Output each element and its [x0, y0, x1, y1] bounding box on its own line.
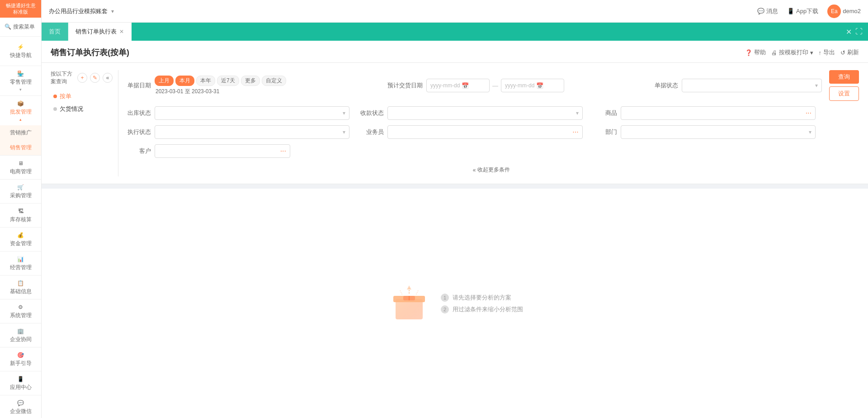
- sidebar-group-wholesale: 📦 批发管理 ▴ 营销推广 销售管理: [0, 96, 41, 156]
- expected-date-to[interactable]: yyyy-mm-dd 📅: [501, 79, 564, 92]
- settings-button[interactable]: 设置: [829, 86, 859, 101]
- tab-home[interactable]: 首页: [42, 23, 68, 41]
- tab-fullscreen-icon[interactable]: ⛶: [855, 28, 863, 36]
- customer-input[interactable]: ···: [155, 144, 290, 158]
- collapse-more-button[interactable]: « 收起更多条件: [124, 163, 859, 176]
- message-button[interactable]: 💬 消息: [757, 7, 778, 15]
- sidebar-item-purchase[interactable]: 🛒 采购管理: [0, 180, 41, 203]
- print-button[interactable]: 🖨 按模板打印 ▾: [771, 48, 813, 57]
- scheme-by-order-label: 按单: [60, 92, 71, 100]
- date-tag-7days[interactable]: 近7天: [217, 76, 239, 86]
- sidebar-item-appcenter[interactable]: 📱 应用中心: [0, 371, 41, 395]
- sidebar-item-basic[interactable]: 📋 基础信息: [0, 276, 41, 299]
- sidebar-group-system: ⚙ 系统管理: [0, 299, 41, 323]
- query-button[interactable]: 查询: [829, 70, 859, 84]
- goods-label: 商品: [590, 109, 617, 117]
- collect-status-select[interactable]: ▾: [387, 106, 582, 120]
- app-download-label: App下载: [796, 7, 818, 15]
- add-scheme-button[interactable]: +: [77, 73, 87, 83]
- logo-subtext: 标准版: [13, 9, 28, 15]
- filter-panel-inner: 按以下方案查询 + ✎ «: [51, 70, 859, 176]
- user-name: demo2: [843, 8, 861, 14]
- customer-more-icon[interactable]: ···: [280, 147, 286, 155]
- empty-content: 1 请先选择要分析的方案 2 用过滤条件来缩小分析范围: [387, 281, 523, 326]
- sidebar-item-corpwx[interactable]: 💬 企业微信: [0, 395, 41, 418]
- breadcrumb-dropdown-icon[interactable]: ▾: [111, 8, 114, 14]
- sidebar-group-finance: 💰 资金管理: [0, 228, 41, 252]
- date-tag-this-year[interactable]: 本年: [196, 76, 215, 86]
- purchase-icon: 🛒: [17, 184, 24, 190]
- user-profile[interactable]: Ea demo2: [827, 5, 861, 18]
- out-status-dropdown-icon: ▾: [343, 110, 345, 116]
- topbar-breadcrumb-area: 办公用品行业模拟账套 ▾: [49, 7, 114, 15]
- exec-status-label: 执行状态: [124, 128, 151, 136]
- sidebar-item-quicknav[interactable]: ⚡ 快捷导航: [0, 39, 41, 63]
- empty-tip-1: 1 请先选择要分析的方案: [441, 294, 523, 302]
- salesman-more-icon[interactable]: ···: [572, 128, 578, 136]
- search-menu-button[interactable]: 🔍 搜索菜单: [5, 21, 37, 33]
- empty-tip-2: 2 用过滤条件来缩小分析范围: [441, 305, 523, 314]
- filter-customer-item: 客户 ···: [124, 144, 352, 158]
- sidebar-item-wholesale[interactable]: 📦 批发管理 ▴: [0, 96, 41, 125]
- export-button[interactable]: ↑ 导出: [819, 48, 835, 57]
- tab-sales-order[interactable]: 销售订单执行表 ✕: [68, 23, 132, 41]
- date-tag-more[interactable]: 更多: [241, 76, 260, 86]
- newuser-icon: 🎯: [17, 352, 24, 358]
- enterprise-label: 企业协同: [10, 336, 32, 343]
- ecom-label: 电商管理: [10, 168, 32, 176]
- date-tag-this-month[interactable]: 本月: [175, 76, 194, 86]
- wholesale-submenu: 营销推广 销售管理: [0, 125, 41, 155]
- sidebar-item-enterprise[interactable]: 🏢 企业协同: [0, 323, 41, 347]
- app-download-button[interactable]: 📱 App下载: [787, 7, 818, 15]
- topbar-right: 💬 消息 📱 App下载 Ea demo2: [757, 5, 861, 18]
- sidebar-item-marketing[interactable]: 营销推广: [0, 125, 41, 140]
- scheme-by-goods[interactable]: 欠货情况: [51, 103, 113, 115]
- filter-fields: 单据日期 上月 本月 本年 近7天 更多 自定义 20: [124, 70, 859, 176]
- main-wrapper: 办公用品行业模拟账套 ▾ 💬 消息 📱 App下载 Ea demo2 首页 销售…: [42, 0, 868, 418]
- goods-input[interactable]: ···: [621, 106, 816, 120]
- newuser-label: 新手引导: [10, 360, 32, 367]
- sidebar: 畅捷通好生意 标准版 🔍 搜索菜单 ⚡ 快捷导航 🏪 零售管理 ▾ 📦 批发管理…: [0, 0, 42, 418]
- date-tag-custom[interactable]: 自定义: [262, 76, 286, 86]
- expected-date-to-placeholder: yyyy-mm-dd: [505, 82, 534, 89]
- filter-row-3: 执行状态 ▾ 业务员 ···: [124, 125, 859, 139]
- sidebar-item-system[interactable]: ⚙ 系统管理: [0, 299, 41, 323]
- filter-collect-status-item: 收款状态 ▾: [357, 106, 582, 120]
- wholesale-expand-icon: ▴: [19, 117, 22, 122]
- date-tag-prev-month[interactable]: 上月: [155, 76, 174, 86]
- status-select[interactable]: ▾: [682, 79, 822, 92]
- edit-scheme-button[interactable]: ✎: [90, 73, 100, 83]
- salesman-input[interactable]: ···: [387, 125, 582, 139]
- sidebar-item-inventory[interactable]: 🏗 库存核算: [0, 204, 41, 227]
- expected-date-from[interactable]: yyyy-mm-dd 📅: [426, 79, 490, 92]
- sidebar-group-newuser: 🎯 新手引导: [0, 347, 41, 371]
- help-button[interactable]: ❓ 帮助: [745, 48, 766, 57]
- expected-date-label: 预计交货日期: [387, 81, 423, 90]
- sidebar-item-ecom[interactable]: 🖥 电商管理: [0, 156, 41, 179]
- out-status-select[interactable]: ▾: [155, 106, 349, 120]
- svg-line-7: [416, 290, 418, 295]
- add-scheme-icon: +: [80, 75, 84, 81]
- scheme-by-order[interactable]: 按单: [51, 90, 113, 103]
- collapse-sidebar-button[interactable]: «: [103, 73, 113, 83]
- tip-1-num: 1: [441, 294, 449, 302]
- refresh-button[interactable]: ↺ 刷新: [840, 48, 859, 57]
- wholesale-icon: 📦: [17, 100, 24, 107]
- sidebar-item-operation[interactable]: 📊 经营管理: [0, 252, 41, 275]
- sidebar-item-retail[interactable]: 🏪 零售管理 ▾: [0, 66, 41, 95]
- goods-more-icon[interactable]: ···: [806, 109, 811, 117]
- print-icon: 🖨: [771, 49, 777, 56]
- filter-status-item: 单据状态 ▾: [651, 79, 822, 92]
- sidebar-item-finance[interactable]: 💰 资金管理: [0, 228, 41, 251]
- date-to-calendar-icon: 📅: [536, 82, 543, 89]
- inventory-label: 库存核算: [10, 216, 32, 223]
- sidebar-item-sales-mgmt[interactable]: 销售管理: [0, 140, 41, 155]
- status-label: 单据状态: [651, 81, 678, 90]
- filter-scheme-sidebar: 按以下方案查询 + ✎ «: [51, 70, 118, 176]
- sidebar-item-newuser[interactable]: 🎯 新手引导: [0, 347, 41, 371]
- dept-select[interactable]: ▾: [621, 125, 816, 139]
- search-menu-label: 搜索菜单: [13, 23, 35, 31]
- tab-close-window-icon[interactable]: ✕: [846, 28, 852, 36]
- exec-status-select[interactable]: ▾: [155, 125, 349, 139]
- tab-close-icon[interactable]: ✕: [119, 28, 124, 35]
